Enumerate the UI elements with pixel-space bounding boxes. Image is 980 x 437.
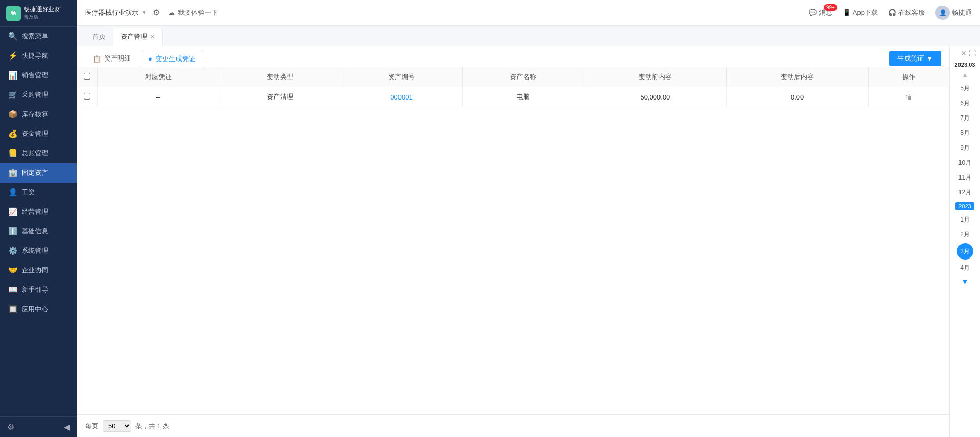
content-main: 📋 资产明细 ● 变更生成凭证 生成凭证 ▼ (77, 46, 949, 437)
calendar-month-10[interactable]: 10月 (950, 155, 980, 170)
mobile-icon: 📱 (843, 9, 851, 16)
cloud-icon: ☁ (168, 9, 175, 16)
calendar-month-2[interactable]: 2月 (950, 227, 980, 242)
sidebar-item-enterprise[interactable]: 🤝 企业协同 (0, 261, 77, 280)
table-header-change-type: 变动类型 (219, 67, 341, 87)
per-page-select[interactable]: 50 10 20 100 (103, 420, 131, 432)
inner-tab-bar: 📋 资产明细 ● 变更生成凭证 生成凭证 ▼ (77, 46, 949, 67)
user-profile[interactable]: 👤 畅捷通 (935, 6, 972, 20)
app-download-button[interactable]: 📱 App下载 (843, 8, 878, 17)
topbar-settings-icon[interactable]: ⚙ (153, 8, 160, 17)
pagination: 每页 50 10 20 100 条，共 1 条 (77, 414, 949, 437)
row-before-change: 50,000.00 (584, 87, 726, 107)
info-icon: ℹ️ (8, 227, 17, 236)
calendar-scroll-down[interactable]: ▼ (950, 275, 980, 288)
calendar-month-9[interactable]: 9月 (950, 141, 980, 155)
row-change-type: 资产清理 (219, 87, 341, 107)
search-icon: 🔍 (8, 32, 17, 41)
box-icon: 📦 (8, 110, 17, 119)
total-count: 条，共 1 条 (135, 422, 169, 431)
row-checkbox-cell (77, 87, 97, 107)
sidebar-item-inventory[interactable]: 📦 库存核算 (0, 105, 77, 124)
sidebar-item-guide[interactable]: 📖 新手引导 (0, 280, 77, 300)
sidebar-item-basic-info[interactable]: ℹ️ 基础信息 (0, 222, 77, 241)
close-panel-icon[interactable]: ✕ (961, 49, 967, 57)
message-icon: 💬 (809, 9, 817, 16)
company-selector[interactable]: 医疗器械行业演示 ▼ (85, 8, 147, 17)
tab-home[interactable]: 首页 (85, 28, 113, 46)
calendar-month-3-active[interactable]: 3月 (957, 243, 973, 260)
calendar-month-5[interactable]: 5月 (950, 81, 980, 96)
row-operation: 🗑 (868, 87, 949, 107)
table-header-operation: 操作 (868, 67, 949, 87)
company-name: 医疗器械行业演示 (85, 8, 138, 17)
trend-icon: 📈 (8, 207, 17, 216)
calendar-month-1[interactable]: 1月 (950, 212, 980, 227)
sidebar-item-sales[interactable]: 📊 销售管理 (0, 66, 77, 85)
sidebar-item-purchase[interactable]: 🛒 采购管理 (0, 85, 77, 105)
topbar-right: 💬 消息 99+ 📱 App下载 🎧 在线客服 👤 畅捷通 (809, 6, 972, 20)
sidebar-item-ledger[interactable]: 📒 总账管理 (0, 144, 77, 163)
calendar-month-6[interactable]: 6月 (950, 96, 980, 111)
row-checkbox[interactable] (84, 93, 90, 100)
sidebar-item-fixed-assets[interactable]: 🏢 固定资产 (0, 163, 77, 183)
calendar-month-8[interactable]: 8月 (950, 126, 980, 141)
message-button[interactable]: 💬 消息 99+ (809, 8, 832, 17)
sidebar-item-app-center[interactable]: 🔲 应用中心 (0, 300, 77, 319)
row-after-change: 0.00 (726, 87, 868, 107)
sidebar-item-payroll[interactable]: 👤 工资 (0, 183, 77, 202)
calendar-month-7[interactable]: 7月 (950, 111, 980, 126)
sidebar: 畅 畅捷通好业财 普及版 🔍 搜索菜单 ⚡ 快捷导航 📊 销售管理 🛒 采购管理… (0, 0, 77, 437)
inner-tab-change-voucher[interactable]: ● 变更生成凭证 (141, 51, 203, 67)
generate-voucher-button[interactable]: 生成凭证 ▼ (889, 51, 941, 66)
handshake-icon: 🤝 (8, 266, 17, 275)
person-icon: 👤 (8, 188, 17, 197)
calendar-scroll-up[interactable]: ▲ (950, 69, 980, 81)
calendar-panel-header: ✕ ⛶ (950, 46, 980, 61)
inner-tab-asset-list[interactable]: 📋 资产明细 (85, 50, 138, 67)
table-header-before-change: 变动前内容 (584, 67, 726, 87)
building-icon: 🏢 (8, 168, 17, 177)
calendar-year-badge: 2023 (950, 202, 980, 210)
expand-panel-icon[interactable]: ⛶ (969, 49, 976, 57)
row-asset-name: 电脑 (463, 87, 584, 107)
message-badge: 99+ (824, 4, 837, 11)
change-voucher-table: 对应凭证 变动类型 资产编号 资产名称 变动前内容 变动后内容 操作 (77, 67, 949, 107)
money-icon: 💰 (8, 129, 17, 138)
calendar-month-4[interactable]: 4月 (950, 261, 980, 275)
calendar-month-11[interactable]: 11月 (950, 170, 980, 185)
sidebar-item-finance[interactable]: 💰 资金管理 (0, 124, 77, 144)
sidebar-item-system[interactable]: ⚙️ 系统管理 (0, 241, 77, 261)
collapse-icon[interactable]: ◀ (64, 422, 70, 432)
settings-bottom-icon[interactable]: ⚙ (7, 422, 14, 432)
calendar-month-12[interactable]: 12月 (950, 185, 980, 200)
tab-asset-manage[interactable]: 资产管理 ✕ (113, 28, 163, 46)
tab-bar: 首页 资产管理 ✕ (77, 26, 980, 46)
sidebar-nav: 🔍 搜索菜单 ⚡ 快捷导航 📊 销售管理 🛒 采购管理 📦 库存核算 💰 资金管… (0, 27, 77, 416)
sidebar-logo: 畅 畅捷通好业财 普及版 (0, 0, 77, 27)
calendar-panel: ✕ ⛶ 2023.03 ▲ 5月 6月 7月 8月 9月 10月 11月 12月… (949, 46, 980, 437)
table-container: 对应凭证 变动类型 资产编号 资产名称 变动前内容 变动后内容 操作 (77, 67, 949, 414)
tab-close-icon[interactable]: ✕ (150, 34, 155, 41)
content-area: 📋 资产明细 ● 变更生成凭证 生成凭证 ▼ (77, 46, 980, 437)
calendar-year-month: 2023.03 (950, 61, 980, 69)
calendar-month-3-wrapper: 3月 (950, 243, 980, 260)
row-asset-code: 000001 (341, 87, 462, 107)
per-page-label: 每页 (85, 422, 98, 431)
customer-service-button[interactable]: 🎧 在线客服 (888, 8, 925, 17)
headset-icon: 🎧 (888, 9, 896, 16)
lightning-icon: ⚡ (8, 51, 17, 61)
table-header-after-change: 变动后内容 (726, 67, 868, 87)
experience-button[interactable]: ☁ 我要体验一下 (168, 8, 218, 17)
list-icon: 📋 (93, 55, 101, 63)
table-row: -- 资产清理 000001 电脑 50,000.00 0.00 🗑 (77, 87, 949, 107)
circle-icon: ● (148, 55, 152, 63)
select-all-checkbox[interactable] (84, 73, 90, 80)
sidebar-item-quick-nav[interactable]: ⚡ 快捷导航 (0, 46, 77, 66)
sidebar-item-search[interactable]: 🔍 搜索菜单 (0, 27, 77, 46)
main-area: 医疗器械行业演示 ▼ ⚙ ☁ 我要体验一下 💬 消息 99+ 📱 App下载 🎧… (77, 0, 980, 437)
cart-icon: 🛒 (8, 90, 17, 100)
sidebar-item-operations[interactable]: 📈 经营管理 (0, 202, 77, 222)
sidebar-bottom: ⚙ ◀ (0, 416, 77, 437)
delete-icon[interactable]: 🗑 (905, 93, 912, 101)
